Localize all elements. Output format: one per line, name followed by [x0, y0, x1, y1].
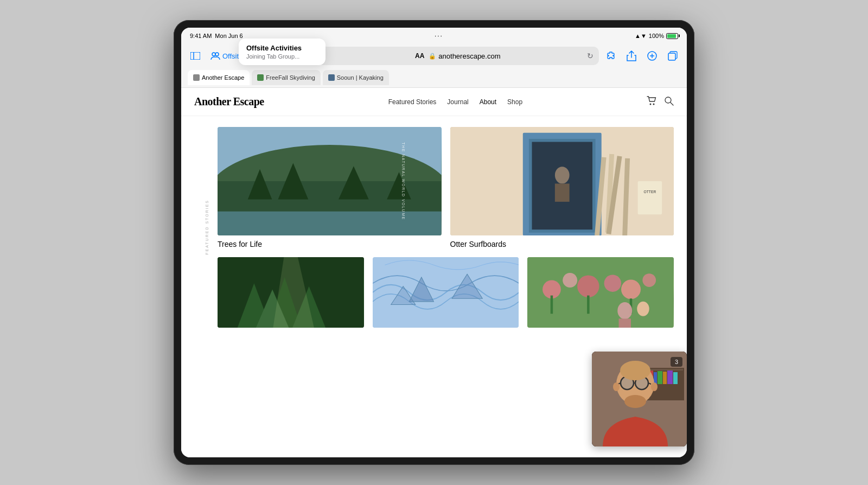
svg-point-2 — [212, 53, 215, 56]
svg-text:OTTER: OTTER — [643, 190, 656, 194]
story-card-otter-surfboards[interactable]: OTTER Otter Surfboards — [450, 127, 674, 248]
tab-group-popup-title: Offsite Activities — [246, 44, 318, 52]
website-content[interactable]: Another Escape Featured Stories Journal … — [181, 88, 687, 457]
svg-point-30 — [554, 167, 569, 183]
status-time: 9:41 AM — [190, 33, 212, 39]
site-nav-links: Featured Stories Journal About Shop — [388, 98, 522, 106]
tab-favicon-1 — [193, 74, 200, 81]
ipad-screen: 9:41 AM Mon Jun 6 ··· ▲▼ 100% — [181, 28, 687, 457]
svg-rect-62 — [663, 372, 667, 384]
svg-rect-50 — [587, 296, 589, 314]
story-image-b1 — [218, 257, 364, 328]
video-pip-svg: 3 — [592, 352, 687, 446]
svg-point-54 — [637, 302, 649, 316]
site-logo: Another Escape — [194, 95, 264, 108]
garden-svg — [527, 257, 674, 328]
svg-rect-15 — [218, 212, 442, 235]
nav-journal[interactable]: Journal — [447, 98, 468, 106]
main-content: FEATURED STORIES — [181, 116, 687, 339]
svg-point-74 — [613, 382, 620, 391]
tab-label-1: Another Escape — [202, 74, 244, 81]
workshop-svg: OTTER — [450, 127, 674, 235]
story-image-otter-surfboards: OTTER — [450, 127, 674, 235]
battery-fill — [667, 34, 676, 38]
toolbar-actions — [603, 48, 680, 63]
story-card-b3[interactable] — [527, 257, 674, 328]
svg-rect-63 — [667, 371, 673, 384]
story-image-trees-for-life: THE NATURAL WORLD VOLUME — [218, 127, 442, 235]
svg-point-8 — [650, 103, 652, 105]
new-tab-button[interactable] — [644, 48, 660, 63]
ipad-frame: 9:41 AM Mon Jun 6 ··· ▲▼ 100% — [174, 20, 694, 465]
story-image-b2 — [373, 257, 519, 328]
svg-point-47 — [621, 279, 641, 299]
tab-group-popup-subtitle: Joining Tab Group... — [246, 53, 318, 60]
tab-label-2: FreeFall Skydiving — [266, 74, 315, 81]
forest-lake-svg — [218, 127, 442, 235]
url-text: anotherescape.com — [438, 52, 500, 60]
nav-shop[interactable]: Shop — [507, 98, 522, 106]
svg-point-73 — [620, 361, 650, 380]
story-title-trees-for-life: Trees for Life — [218, 240, 442, 248]
video-pip[interactable]: 3 — [592, 352, 687, 446]
svg-rect-58 — [646, 369, 683, 371]
cart-button[interactable] — [647, 96, 656, 108]
story-grid-bottom — [218, 257, 674, 328]
svg-rect-31 — [554, 183, 569, 201]
svg-point-45 — [577, 276, 599, 297]
svg-rect-0 — [190, 52, 200, 60]
tab-favicon-3 — [328, 74, 335, 81]
people-icon — [210, 51, 220, 61]
tabs-button[interactable] — [665, 48, 680, 63]
featured-section: FEATURED STORIES — [194, 127, 674, 328]
battery-icon — [666, 33, 678, 39]
site-nav-actions — [647, 96, 674, 108]
svg-point-52 — [618, 302, 633, 319]
stories-container: THE NATURAL WORLD VOLUME Trees for Life — [218, 127, 674, 328]
extensions-button[interactable] — [603, 48, 618, 63]
tab-kayaking[interactable]: Sooun | Kayaking — [323, 70, 389, 85]
svg-point-44 — [563, 273, 577, 288]
svg-point-46 — [604, 275, 621, 291]
status-dots: ··· — [435, 32, 443, 40]
site-nav: Another Escape Featured Stories Journal … — [181, 88, 687, 116]
svg-rect-61 — [658, 371, 662, 384]
status-right: ▲▼ 100% — [635, 33, 678, 39]
svg-rect-49 — [551, 296, 553, 314]
svg-point-76 — [624, 395, 646, 408]
story-card-trees-for-life[interactable]: THE NATURAL WORLD VOLUME Trees for Life — [218, 127, 442, 248]
aa-button[interactable]: AA — [415, 52, 424, 60]
story-card-b1[interactable] — [218, 257, 364, 328]
tab-favicon-2 — [257, 74, 264, 81]
svg-point-9 — [653, 103, 655, 105]
tab-freefall-skydiving[interactable]: FreeFall Skydiving — [252, 70, 320, 85]
svg-rect-60 — [654, 372, 657, 384]
svg-rect-53 — [619, 318, 631, 328]
status-date: Mon Jun 6 — [215, 33, 242, 39]
svg-text:3: 3 — [675, 359, 678, 365]
svg-point-10 — [665, 97, 671, 103]
story-title-otter-surfboards: Otter Surfboards — [450, 240, 674, 248]
story-card-b2[interactable] — [373, 257, 519, 328]
blue-pattern-svg — [373, 257, 519, 328]
svg-rect-7 — [668, 53, 675, 60]
battery-percent: 100% — [649, 33, 664, 39]
svg-rect-28 — [637, 181, 662, 214]
search-button[interactable] — [664, 96, 674, 108]
svg-point-48 — [643, 273, 656, 287]
nav-about[interactable]: About — [480, 98, 496, 106]
svg-point-75 — [651, 382, 658, 391]
green-forest-svg — [218, 257, 364, 328]
browser-chrome: Offsite Activities ‹ › AA 🔒 anotherescap… — [181, 44, 687, 88]
share-button[interactable] — [624, 48, 639, 63]
refresh-button[interactable]: ↻ — [587, 52, 593, 60]
nav-featured-stories[interactable]: Featured Stories — [388, 98, 437, 106]
svg-line-11 — [671, 103, 673, 105]
tabs-row: Another Escape FreeFall Skydiving Sooun … — [181, 68, 687, 87]
featured-stories-label: FEATURED STORIES — [205, 200, 209, 255]
sidebar-button[interactable] — [188, 48, 203, 63]
tab-another-escape[interactable]: Another Escape — [188, 70, 250, 85]
story-image-b3 — [527, 257, 674, 328]
status-left: 9:41 AM Mon Jun 6 — [190, 33, 243, 39]
address-bar[interactable]: AA 🔒 anotherescape.com ↻ — [317, 47, 599, 65]
